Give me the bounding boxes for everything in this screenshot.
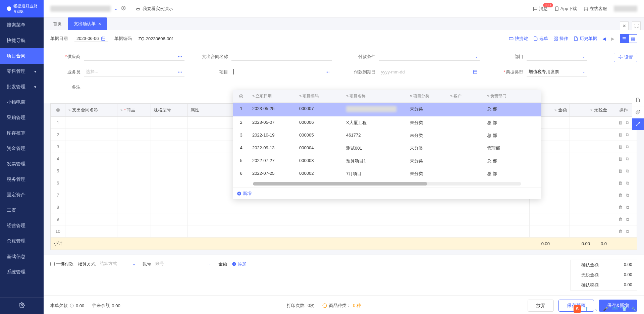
dept | -input[interactable]: ⌄ — [527, 53, 587, 61]
company-settings-icon[interactable] — [121, 6, 126, 11]
select-doc-button[interactable]: 选单 — [533, 36, 548, 42]
grid-row[interactable]: 10🗑⧉ — [51, 225, 637, 238]
sidebar-item[interactable]: 批发管理▼ — [0, 79, 44, 95]
sidebar-item[interactable]: 工资 — [0, 203, 44, 218]
sidebar-item[interactable]: 零售管理▼ — [0, 64, 44, 79]
col-contract[interactable]: ⇅支出合同名称 — [65, 104, 117, 116]
sidebar-item[interactable]: 资金管理 — [0, 141, 44, 156]
sidebar-item[interactable]: 小畅电商 — [0, 95, 44, 110]
sidebar-item[interactable]: 快捷导航 — [0, 33, 44, 48]
dropdown-row[interactable]: 52022-07-27000003预算项目1未分类总 部 — [233, 155, 541, 167]
dropdown-row[interactable]: 22023-05-07000006X大厦工程未分类总 部 — [233, 116, 541, 129]
row-copy-icon[interactable]: ⧉ — [626, 132, 629, 138]
sidebar-item[interactable]: 经营管理 — [0, 218, 44, 233]
dropdown-row[interactable]: 62022-07-250000027月项目未分类总 部 — [233, 167, 541, 180]
settings-button[interactable]: 设置 — [614, 53, 637, 62]
row-delete-icon[interactable]: 🗑 — [618, 168, 623, 173]
dropdown-row[interactable]: 12023-05-25000007未分类总 部 — [233, 103, 541, 116]
row-delete-icon[interactable]: 🗑 — [618, 144, 623, 149]
row-copy-icon[interactable]: ⧉ — [626, 120, 629, 125]
abandon-button[interactable]: 放弃 — [528, 300, 554, 312]
shortcut-button[interactable]: 快捷键 — [509, 36, 528, 42]
sidebar-item[interactable]: 系统管理 — [0, 264, 44, 280]
row-delete-icon[interactable]: 🗑 — [618, 217, 623, 222]
invoice-type-input[interactable]: 增值税专用发票⌄ — [527, 67, 587, 76]
sidebar-item[interactable]: 税务管理 — [0, 172, 44, 187]
view-list-icon[interactable]: ☰ — [620, 34, 629, 43]
row-copy-icon[interactable]: ⧉ — [626, 229, 629, 234]
sidebar-item[interactable]: 总账管理 — [0, 233, 44, 249]
app-download-button[interactable]: App下载 — [554, 6, 577, 12]
ime-sogou-icon[interactable]: S — [574, 305, 581, 313]
grid-row[interactable]: 8🗑⧉ — [51, 201, 637, 213]
dd-col-dept[interactable]: ⇅负责部门 — [484, 90, 521, 102]
ime-punct-icon[interactable]: ·, — [592, 305, 600, 313]
row-copy-icon[interactable]: ⧉ — [626, 217, 629, 222]
dropdown-row[interactable]: 32022-10-19000005461772未分类总 部 — [233, 129, 541, 142]
dd-col-customer[interactable]: ⇅客户 — [447, 90, 484, 102]
col-product[interactable]: ⇅*商品 — [117, 104, 151, 116]
sidebar-item[interactable]: 发票管理 — [0, 156, 44, 172]
dd-col-category[interactable]: ⇅项目分类 — [407, 90, 447, 102]
ime-keyboard-icon[interactable]: ⌨ — [611, 305, 619, 313]
ime-tool-icon[interactable]: 🔧 — [630, 305, 637, 313]
settle-method-input[interactable]: 结算方式⌄ — [98, 260, 138, 268]
float-attach-icon[interactable] — [632, 106, 644, 118]
sidebar-settings-icon[interactable] — [0, 297, 44, 314]
next-icon[interactable]: ▶ — [611, 36, 614, 41]
project-input[interactable]: ⋯ — [231, 68, 332, 76]
row-delete-icon[interactable]: 🗑 — [618, 205, 623, 210]
row-delete-icon[interactable]: 🗑 — [618, 120, 623, 125]
demo-link[interactable]: 我要看实例演示 — [136, 6, 173, 12]
onekey-pay-checkbox[interactable]: 一键付款 — [50, 261, 73, 267]
float-expand-icon[interactable] — [632, 118, 644, 130]
row-copy-icon[interactable]: ⧉ — [626, 168, 629, 174]
sidebar-item[interactable]: 固定资产 — [0, 187, 44, 203]
salesperson-input[interactable]: 选择...⋯ — [84, 67, 184, 76]
contract-name-input[interactable] — [231, 53, 332, 61]
ime-zh-icon[interactable]: 中 — [583, 305, 590, 313]
account-input[interactable]: 账号⋯ — [153, 260, 214, 268]
row-delete-icon[interactable]: 🗑 — [618, 156, 623, 161]
history-button[interactable]: 历史单据 — [574, 36, 597, 42]
row-copy-icon[interactable]: ⧉ — [626, 193, 629, 198]
dropdown-scrollbar[interactable] — [253, 182, 521, 186]
dropdown-row[interactable]: 42022-09-13000004测试001未分类管理部 — [233, 142, 541, 155]
due-date-input[interactable]: yyyy-mm-dd — [379, 68, 480, 76]
sidebar-item[interactable]: 库存核算 — [0, 125, 44, 141]
dd-col-date[interactable]: ⇅立项日期 — [250, 90, 297, 102]
tab-close-icon[interactable]: × — [98, 21, 101, 27]
avatar[interactable] — [614, 6, 637, 12]
supplier-input[interactable]: ⋯ — [84, 53, 184, 61]
dropdown-add-button[interactable]: 新增 — [237, 191, 537, 197]
sidebar-item[interactable]: 采购管理 — [0, 110, 44, 125]
row-delete-icon[interactable]: 🗑 — [618, 229, 623, 234]
dropdown-gear-icon[interactable] — [233, 90, 250, 102]
sidebar-item[interactable]: 项目合同 — [0, 48, 44, 64]
ime-mic-icon[interactable]: 🎤 — [602, 305, 609, 313]
row-copy-icon[interactable]: ⧉ — [626, 156, 629, 162]
messages-button[interactable]: 消息 99 + — [533, 6, 548, 12]
view-card-icon[interactable]: ▦ — [629, 34, 637, 43]
tab-expand-icon[interactable]: ⛶ — [632, 21, 641, 30]
dd-col-name[interactable]: ⇅项目名称 — [343, 90, 407, 102]
row-copy-icon[interactable]: ⧉ — [626, 144, 629, 150]
add-payment-button[interactable]: 添加 — [232, 261, 247, 267]
row-delete-icon[interactable]: 🗑 — [618, 193, 623, 198]
grid-row[interactable]: 9🗑⧉ — [51, 213, 637, 225]
company-selector[interactable]: ⌄ — [50, 6, 121, 12]
sidebar-item[interactable]: 搜索菜单 — [0, 17, 44, 33]
tab-close-all-icon[interactable]: ✕ — [620, 21, 629, 30]
pay-terms-input[interactable]: ⌄ — [379, 53, 480, 61]
dd-col-code[interactable]: ⇅项目编码 — [297, 90, 343, 102]
row-copy-icon[interactable]: ⧉ — [626, 205, 629, 210]
sidebar-item[interactable]: 基础信息 — [0, 249, 44, 264]
row-delete-icon[interactable]: 🗑 — [618, 180, 623, 186]
grid-gear-icon[interactable] — [51, 104, 65, 116]
row-copy-icon[interactable]: ⧉ — [626, 180, 629, 186]
customer-service-button[interactable]: 在线客服 — [584, 6, 607, 12]
float-note-icon[interactable] — [632, 94, 644, 106]
col-notax[interactable]: ⇅无税金 — [570, 104, 610, 116]
ime-skin-icon[interactable]: 👕 — [621, 305, 628, 313]
doc-date-input[interactable]: 2023-06-06 — [74, 35, 108, 42]
